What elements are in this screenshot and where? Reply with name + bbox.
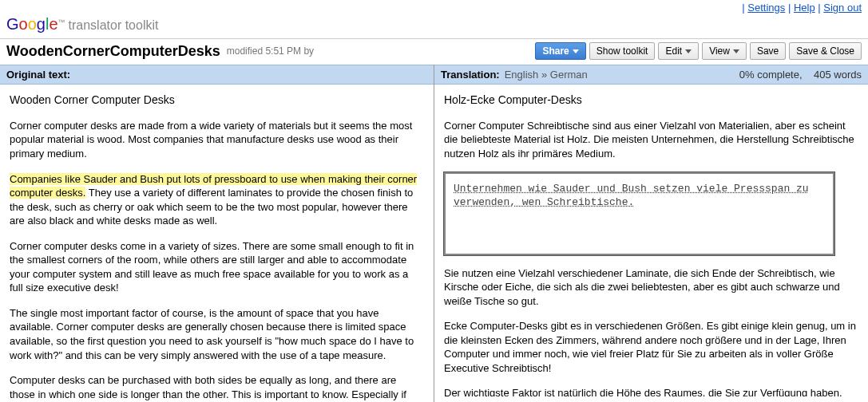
document-meta: modified 5:51 PM by xyxy=(227,45,314,57)
original-heading: Wooden Corner Computer Desks xyxy=(10,93,424,108)
save-button[interactable]: Save xyxy=(750,42,786,60)
toolbar: Share Show toolkit Edit View Save Save &… xyxy=(535,42,862,60)
google-logo: Google™ translator toolkit xyxy=(6,15,158,34)
completion-pct: 0% complete, xyxy=(739,69,803,81)
edit-menu-button[interactable]: Edit xyxy=(658,42,699,60)
panes: Original text: Wooden Corner Computer De… xyxy=(0,65,868,402)
original-paragraph: Computer desks can be purchased with bot… xyxy=(10,373,424,402)
arrow-icon: » xyxy=(541,69,550,81)
translation-heading: Holz-Ecke Computer-Desks xyxy=(444,93,858,108)
logo-subtitle: translator toolkit xyxy=(69,18,159,33)
original-pane-header: Original text: xyxy=(0,65,434,85)
chevron-down-icon xyxy=(685,49,692,53)
share-label: Share xyxy=(542,45,569,57)
translation-paragraph: Der wichtigste Faktor ist natürlich die … xyxy=(444,386,858,396)
translation-pane: Translation: English » German 0% complet… xyxy=(434,65,868,402)
horizontal-scrollbar[interactable] xyxy=(434,396,868,402)
translation-paragraph: Ecke Computer-Desks gibt es in verschied… xyxy=(444,319,858,375)
view-label: View xyxy=(709,45,730,57)
lang-from: English xyxy=(505,69,539,81)
segment-editor-text: Unternehmen wie Sauder und Bush setzen v… xyxy=(454,183,809,209)
trademark: ™ xyxy=(58,18,65,26)
chevron-down-icon xyxy=(573,49,579,53)
separator: | xyxy=(788,2,794,14)
app-header: Google™ translator toolkit xyxy=(0,15,868,39)
share-button[interactable]: Share xyxy=(535,42,585,60)
original-header-label: Original text: xyxy=(6,69,70,81)
original-paragraph: Corner computer desks are made from a wi… xyxy=(10,119,424,161)
translation-stats: 0% complete, 405 words xyxy=(739,69,862,81)
document-row: WoodenCornerComputerDesks modified 5:51 … xyxy=(0,39,868,65)
settings-link[interactable]: Settings xyxy=(747,2,785,14)
original-paragraph: Corner computer desks come in a variety … xyxy=(10,239,424,295)
original-paragraph: The single most important factor of cour… xyxy=(10,306,424,362)
original-paragraph: Companies like Sauder and Bush put lots … xyxy=(10,172,424,228)
translation-paragraph: Sie nutzen eine Vielzahl verschiedener L… xyxy=(444,266,858,309)
translation-body[interactable]: Holz-Ecke Computer-Desks Corner Computer… xyxy=(434,85,868,396)
save-close-button[interactable]: Save & Close xyxy=(789,42,862,60)
word-count: 405 words xyxy=(814,69,862,81)
original-pane: Original text: Wooden Corner Computer De… xyxy=(0,65,434,402)
edit-label: Edit xyxy=(665,45,682,57)
translation-pane-header: Translation: English » German 0% complet… xyxy=(434,65,868,85)
signout-link[interactable]: Sign out xyxy=(823,2,862,14)
language-path: English » German xyxy=(505,69,588,81)
original-text-body[interactable]: Wooden Corner Computer Desks Corner comp… xyxy=(0,85,434,402)
document-title: WoodenCornerComputerDesks xyxy=(6,43,220,60)
segment-editor[interactable]: Unternehmen wie Sauder und Bush setzen v… xyxy=(444,172,834,255)
help-link[interactable]: Help xyxy=(794,2,815,14)
top-links: | Settings | Help | Sign out xyxy=(0,0,868,15)
chevron-down-icon xyxy=(733,49,739,53)
view-menu-button[interactable]: View xyxy=(702,42,747,60)
translation-header-label: Translation: xyxy=(441,69,500,81)
show-toolkit-button[interactable]: Show toolkit xyxy=(589,42,656,60)
translation-paragraph: Corner Computer Schreibtische sind aus e… xyxy=(444,119,858,161)
lang-to: German xyxy=(550,69,588,81)
